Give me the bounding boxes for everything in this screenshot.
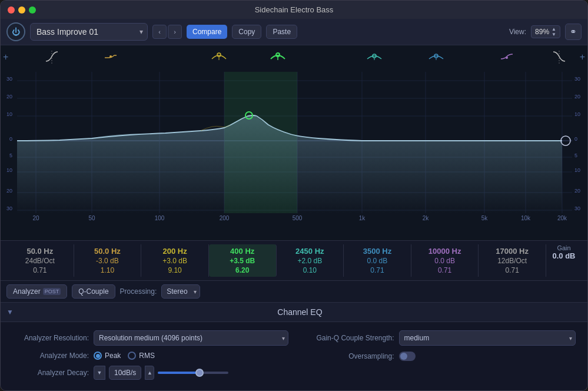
add-band-right[interactable]: +: [580, 52, 585, 62]
band4-gain: +3.5 dB: [230, 257, 255, 265]
band-handle-5[interactable]: [366, 51, 383, 64]
window-controls: [8, 6, 36, 14]
band1-gain: 24dB/Oct: [25, 257, 55, 265]
link-button[interactable]: ⚭: [565, 24, 582, 40]
band-info-row: 50.0 Hz 24dB/Oct 0.71 50.0 Hz -3.0 dB 1.…: [1, 240, 587, 280]
svg-text:5k: 5k: [481, 215, 489, 221]
svg-text:30: 30: [574, 206, 580, 211]
band1-q: 0.71: [33, 266, 46, 274]
eq-chart[interactable]: 30 20 10 0 5 10 20 30 30 20 10 0 5 10 20…: [1, 45, 587, 240]
svg-text:0: 0: [574, 136, 577, 142]
add-band-left[interactable]: +: [3, 52, 8, 62]
radio-dot-peak: [94, 352, 102, 360]
band-handle-8[interactable]: [551, 51, 567, 64]
band7-freq: 10000 Hz: [428, 247, 461, 256]
processing-select[interactable]: Stereo Left Right Mid Side: [161, 284, 200, 299]
radio-rms[interactable]: RMS: [128, 352, 155, 360]
band-info-6: 3500 Hz 0.0 dB 0.71: [344, 244, 411, 277]
svg-text:20: 20: [574, 94, 580, 100]
analyzer-decay-row: Analyzer Decay: ▼ 10dB/s ▲: [12, 366, 288, 380]
band6-q: 0.71: [370, 266, 384, 274]
band-handles-row: + +: [1, 45, 587, 69]
band3-freq: 200 Hz: [162, 247, 187, 256]
maximize-button[interactable]: [29, 6, 36, 14]
analyzer-mode-row: Analyzer Mode: Peak RMS: [12, 352, 288, 360]
analyzer-label: Analyzer: [13, 287, 41, 296]
svg-point-2: [217, 53, 221, 57]
settings-grid: Analyzer Resolution: Resolution low (102…: [1, 322, 587, 385]
eq-display-area: + + 30 20 10 0 5 10 20 30 30 20 10 0 5 1…: [1, 45, 587, 240]
band2-gain: -3.0 dB: [96, 257, 119, 265]
band-handle-3[interactable]: [211, 51, 227, 64]
svg-text:10: 10: [574, 167, 580, 173]
band-handle-7[interactable]: [499, 51, 515, 64]
svg-text:30: 30: [6, 76, 12, 82]
radio-peak-label: Peak: [105, 352, 121, 360]
paste-button[interactable]: Paste: [266, 25, 297, 39]
band4-q: 6.20: [235, 266, 249, 274]
analyzer-resolution-label: Analyzer Resolution:: [12, 334, 89, 342]
svg-text:500: 500: [293, 215, 303, 221]
oversampling-toggle[interactable]: [399, 352, 416, 361]
band8-q: 0.71: [506, 266, 519, 274]
qcouple-label: Q-Couple: [78, 287, 108, 296]
prev-preset-button[interactable]: ‹: [152, 25, 167, 39]
close-button[interactable]: [8, 6, 15, 14]
svg-text:200: 200: [220, 215, 230, 221]
view-percentage: 89%: [535, 28, 549, 36]
band-handle-6[interactable]: [428, 51, 444, 64]
decay-value: 10dB/s: [109, 366, 141, 380]
band1-freq: 50.0 Hz: [26, 247, 53, 256]
gain-q-row: Gain-Q Couple Strength: off low medium h…: [300, 330, 576, 346]
analyzer-resolution-row: Analyzer Resolution: Resolution low (102…: [12, 330, 288, 346]
power-button[interactable]: ⏻: [6, 22, 25, 41]
band3-q: 9.10: [168, 266, 181, 274]
analyzer-mode-radio-group: Peak RMS: [94, 352, 155, 360]
gain-label: Gain: [557, 244, 570, 251]
band-handle-4[interactable]: [270, 51, 286, 64]
analyzer-resolution-select[interactable]: Resolution low (1024 points) Resolution …: [94, 330, 288, 346]
analyzer-decay-label: Analyzer Decay:: [12, 369, 89, 377]
gain-display-cell: Gain 0.0 dB: [546, 244, 582, 260]
band-handle-2[interactable]: [102, 51, 119, 64]
band5-gain: +2.0 dB: [297, 257, 322, 265]
copy-button[interactable]: Copy: [232, 25, 261, 39]
svg-text:10: 10: [6, 167, 12, 173]
radio-peak[interactable]: Peak: [94, 352, 121, 360]
minimize-button[interactable]: [18, 6, 25, 14]
collapse-arrow[interactable]: ▼: [6, 308, 14, 316]
decay-down-btn[interactable]: ▼: [94, 366, 105, 380]
svg-text:5: 5: [574, 153, 577, 158]
analyzer-resolution-wrapper: Resolution low (1024 points) Resolution …: [94, 330, 288, 346]
svg-text:20: 20: [6, 188, 12, 194]
qcouple-button[interactable]: Q-Couple: [72, 284, 115, 299]
band8-freq: 17000 Hz: [496, 247, 529, 256]
gain-q-select[interactable]: off low medium high: [399, 330, 576, 346]
bottom-toolbar: Analyzer POST Q-Couple Processing: Stere…: [1, 280, 587, 302]
settings-right: Gain-Q Couple Strength: off low medium h…: [300, 330, 576, 380]
channel-eq-section: ▼ Channel EQ Analyzer Resolution: Resolu…: [1, 302, 587, 390]
channel-eq-title: Channel EQ: [18, 307, 582, 317]
gain-q-label: Gain-Q Couple Strength:: [300, 334, 394, 342]
analyzer-mode-label: Analyzer Mode:: [12, 352, 89, 360]
decay-slider[interactable]: [158, 372, 228, 374]
title-bar: Sidechain Electro Bass: [1, 1, 587, 19]
compare-button[interactable]: Compare: [187, 25, 227, 39]
band-info-1: 50.0 Hz 24dB/Oct 0.71: [6, 244, 74, 277]
view-arrows[interactable]: ▲ ▼: [552, 26, 556, 37]
svg-text:2k: 2k: [423, 215, 430, 221]
band-info-7: 10000 Hz 0.0 dB 0.71: [411, 244, 479, 277]
preset-select[interactable]: Bass Improve 01: [30, 23, 148, 41]
gain-q-wrapper: off low medium high: [399, 330, 576, 346]
oversampling-label: Oversampling:: [300, 352, 394, 360]
band3-gain: +3.0 dB: [162, 257, 187, 265]
toolbar-right: View: 89% ▲ ▼ ⚭: [509, 24, 582, 40]
band5-freq: 2450 Hz: [295, 247, 324, 256]
svg-text:0: 0: [9, 136, 12, 142]
next-preset-button[interactable]: ›: [168, 25, 182, 39]
band2-freq: 50.0 Hz: [94, 247, 121, 256]
band-handle-1[interactable]: [44, 51, 60, 64]
svg-text:50: 50: [88, 215, 95, 221]
analyzer-button[interactable]: Analyzer POST: [6, 284, 67, 299]
decay-up-btn[interactable]: ▲: [145, 366, 154, 380]
